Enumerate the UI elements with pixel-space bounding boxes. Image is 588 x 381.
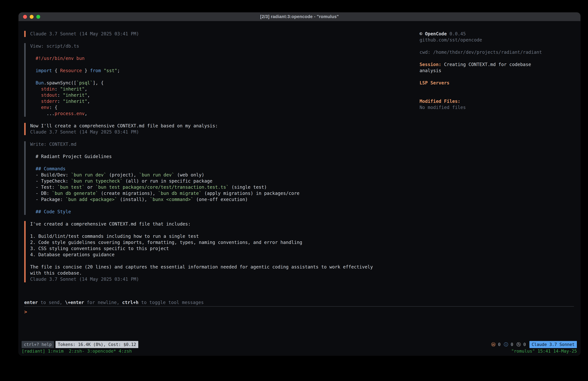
text-line: View: script/db.ts	[30, 43, 414, 49]
text-line: stdout: "inherit",	[30, 92, 414, 98]
text-line: LSP Servers	[420, 80, 574, 86]
tmux-windows: [radiant] 1:nvim 2:zsh- 3:opencode* 4:zs…	[22, 348, 132, 354]
message-block: View: script/db.ts #!/usr/bin/env bun im…	[24, 43, 414, 117]
message-block: I've created a comprehensive CONTEXT.md …	[24, 221, 414, 282]
text-line: stderr: "inherit",	[30, 98, 414, 104]
message-block: Claude 3.7 Sonnet (14 May 2025 03:41 PM)	[24, 31, 414, 37]
text-line: ...process.env,	[30, 111, 414, 117]
message-block: Write: CONTEXT.md # Radiant Project Guid…	[24, 141, 414, 215]
text-line	[30, 147, 414, 154]
text-line	[30, 49, 414, 55]
text-line	[420, 86, 574, 92]
text-line: #!/usr/bin/env bun	[30, 55, 414, 62]
main-area: Claude 3.7 Sonnet (14 May 2025 03:41 PM)…	[19, 21, 580, 299]
text-line	[420, 43, 574, 49]
hints-icon: ⓗ	[517, 342, 521, 347]
text-line: The file is concise (20 lines) and captu…	[30, 264, 414, 270]
status-bar: ctrl+? help Tokens: 16.4K (8%), Cost: $0…	[19, 341, 580, 348]
traffic-lights	[23, 12, 40, 21]
text-line: with this codebase.	[30, 270, 414, 276]
text-line: # Radiant Project Guidelines	[30, 154, 414, 160]
window-title: [2/3] radiant:3:opencode - "romulus"	[260, 14, 339, 19]
text-line: import { Resource } from "sst";	[30, 68, 414, 74]
opencode-tui: Claude 3.7 Sonnet (14 May 2025 03:41 PM)…	[19, 21, 580, 356]
text-line: © OpenCode 0.0.45	[420, 31, 574, 37]
prompt-marker: >	[24, 309, 27, 315]
session-sidebar: © OpenCode 0.0.45github.com/sst/opencode…	[420, 31, 574, 111]
text-line: - TypeCheck: `bun run typecheck` (all) o…	[30, 178, 414, 184]
text-line: github.com/sst/opencode	[420, 37, 574, 43]
text-line: I've created a comprehensive CONTEXT.md …	[30, 221, 414, 227]
diagnostics: Ⓦ 0ⓘ 0ⓗ 0	[491, 341, 526, 348]
text-line	[30, 258, 414, 264]
text-line: Modified Files:	[420, 98, 574, 104]
text-line: env: {	[30, 104, 414, 111]
text-line: - Test: `bun test` or `bun test packages…	[30, 184, 414, 190]
text-line	[30, 202, 414, 209]
window-titlebar: [2/3] radiant:3:opencode - "romulus"	[19, 12, 580, 21]
text-line: ## Code Style	[30, 209, 414, 215]
text-line: cwd: /home/thdxr/dev/projects/radiant/ra…	[420, 49, 574, 55]
text-line: - Package: `bun add <package>` (install)…	[30, 197, 414, 202]
message-input[interactable]: >	[19, 307, 580, 341]
transcript: Claude 3.7 Sonnet (14 May 2025 03:41 PM)…	[19, 21, 414, 282]
text-line: - Build/Dev: `bun run dev` (project), `b…	[30, 172, 414, 178]
text-line: 3. CSS styling conventions specific to t…	[30, 246, 414, 252]
minimize-button[interactable]	[30, 15, 34, 19]
text-line: No modified files	[420, 104, 574, 111]
terminal-window: [2/3] radiant:3:opencode - "romulus" Cla…	[19, 12, 580, 356]
message-block: Now I'll create a comprehensive CONTEXT.…	[24, 123, 414, 135]
text-line: Now I'll create a comprehensive CONTEXT.…	[30, 123, 414, 129]
text-line: Claude 3.7 Sonnet (14 May 2025 03:41 PM)	[30, 129, 414, 135]
text-line: - DB: `bun db generate` (create migratio…	[30, 190, 414, 197]
text-line: stdin: "inherit",	[30, 86, 414, 92]
text-line: Claude 3.7 Sonnet (14 May 2025 03:41 PM)	[30, 31, 414, 37]
text-line: enter to send, \+enter for newline, ctrl…	[24, 299, 574, 306]
text-line	[30, 62, 414, 68]
text-line: 4. Database operations guidance	[30, 252, 414, 258]
text-line: ## Commands	[30, 166, 414, 172]
desktop: { "window": { "title": "[2/3] radiant:3:…	[0, 0, 588, 381]
close-button[interactable]	[23, 15, 27, 19]
model-badge: Claude 3.7 Sonnet	[529, 341, 577, 348]
text-line: Write: CONTEXT.md	[30, 141, 414, 147]
tmux-status-line: [radiant] 1:nvim 2:zsh- 3:opencode* 4:zs…	[19, 348, 580, 356]
tmux-session-info: "romulus" 15:41 14-May-25	[511, 348, 577, 354]
text-line: Bun.spawnSync([`psql`], {	[30, 80, 414, 86]
help-hint-chip: ctrl+? help	[22, 341, 54, 348]
hints-count: ⓗ 0	[517, 341, 526, 348]
warnings-icon: Ⓦ	[491, 342, 496, 347]
text-line	[30, 227, 414, 233]
text-line: Claude 3.7 Sonnet (14 May 2025 03:41 PM)	[30, 276, 414, 282]
text-line	[420, 74, 574, 80]
text-line	[420, 92, 574, 98]
info-count: ⓘ 0	[504, 341, 513, 348]
text-line	[30, 160, 414, 166]
warnings-count: Ⓦ 0	[491, 341, 501, 348]
text-line: 1. Build/lint/test commands including ho…	[30, 233, 414, 239]
info-icon: ⓘ	[504, 342, 508, 347]
text-line	[30, 74, 414, 80]
text-line: analysis	[420, 68, 574, 74]
input-help: enter to send, \+enter for newline, ctrl…	[19, 299, 580, 306]
tokens-cost-chip: Tokens: 16.4K (8%), Cost: $0.12	[56, 341, 138, 348]
zoom-button[interactable]	[36, 15, 40, 19]
text-line: Session: Creating CONTEXT.md for codebas…	[420, 62, 574, 68]
text-line: 2. Code style guidelines covering import…	[30, 239, 414, 246]
text-line	[420, 55, 574, 62]
